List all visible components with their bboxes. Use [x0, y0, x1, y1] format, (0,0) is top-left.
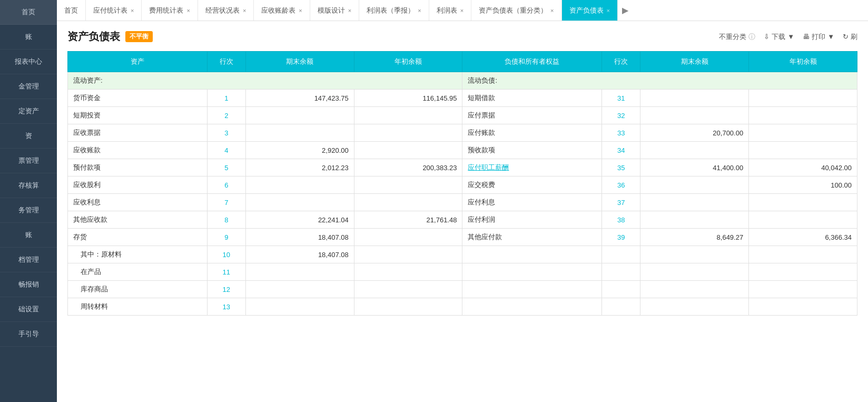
liability-row-num[interactable] [601, 263, 640, 281]
asset-end-balance[interactable] [245, 281, 354, 298]
tab-balance-close[interactable]: × [607, 7, 610, 14]
tab-profit-quarterly[interactable]: 利润表（季报） × [359, 0, 429, 21]
asset-name[interactable]: 周转材料 [68, 298, 208, 316]
download-button[interactable]: ⇩ 下载 ▼ [764, 32, 794, 42]
liability-name[interactable] [462, 281, 602, 298]
asset-start-balance[interactable] [354, 229, 462, 246]
liability-name[interactable]: 应付票据 [462, 107, 602, 124]
liability-row-num[interactable]: 31 [601, 90, 640, 107]
liability-start-balance[interactable]: 100.00 [749, 177, 857, 194]
asset-row-num[interactable]: 1 [207, 90, 245, 107]
sidebar-item-archive[interactable]: 档管理 [0, 248, 57, 272]
liability-name[interactable]: 应付利润 [462, 211, 602, 229]
asset-start-balance[interactable]: 21,761.48 [354, 211, 462, 229]
liability-start-balance[interactable] [749, 246, 857, 263]
sidebar-item-investment[interactable]: 资 [0, 124, 57, 149]
sidebar-item-inventory[interactable]: 存核算 [0, 173, 57, 198]
liability-end-balance[interactable] [640, 142, 749, 159]
asset-row-num[interactable]: 4 [207, 142, 245, 159]
liability-row-num[interactable]: 33 [601, 124, 640, 142]
liability-end-balance[interactable]: 41,400.00 [640, 159, 749, 177]
liability-row-num[interactable] [601, 281, 640, 298]
sidebar-item-reports[interactable]: 报表中心 [0, 50, 57, 74]
asset-row-num[interactable]: 2 [207, 107, 245, 124]
asset-row-num[interactable]: 11 [207, 263, 245, 281]
asset-row-num[interactable]: 13 [207, 298, 245, 316]
liability-name[interactable] [462, 246, 602, 263]
liability-start-balance[interactable] [749, 211, 857, 229]
tab-balance-reclassified[interactable]: 资产负债表（重分类） × [471, 0, 561, 21]
asset-end-balance[interactable] [245, 107, 354, 124]
liability-row-num[interactable] [601, 298, 640, 316]
liability-row-num[interactable]: 37 [601, 194, 640, 211]
liability-name[interactable] [462, 298, 602, 316]
liability-start-balance[interactable] [749, 281, 857, 298]
liability-row-num[interactable]: 39 [601, 229, 640, 246]
asset-row-num[interactable]: 8 [207, 211, 245, 229]
asset-name[interactable]: 其他应收款 [68, 211, 208, 229]
asset-start-balance[interactable] [354, 142, 462, 159]
asset-end-balance[interactable] [245, 177, 354, 194]
sidebar-item-ledger[interactable]: 账 [0, 223, 57, 248]
liability-end-balance[interactable]: 8,649.27 [640, 229, 749, 246]
tab-profit-quarterly-close[interactable]: × [418, 7, 421, 14]
asset-start-balance[interactable]: 200,383.23 [354, 159, 462, 177]
liability-name[interactable]: 应付职工薪酬 [462, 159, 602, 177]
asset-start-balance[interactable] [354, 124, 462, 142]
liability-end-balance[interactable] [640, 281, 749, 298]
asset-name[interactable]: 应收账款 [68, 142, 208, 159]
sidebar-item-bills[interactable]: 票管理 [0, 149, 57, 173]
asset-row-num[interactable]: 5 [207, 159, 245, 177]
asset-end-balance[interactable]: 18,407.08 [245, 246, 354, 263]
asset-end-balance[interactable]: 2,920.00 [245, 142, 354, 159]
sidebar-item-settings[interactable]: 础设置 [0, 297, 57, 322]
liability-end-balance[interactable]: 20,700.00 [640, 124, 749, 142]
tab-template[interactable]: 模版设计 × [310, 0, 359, 21]
liability-name[interactable]: 应付账款 [462, 124, 602, 142]
asset-start-balance[interactable] [354, 263, 462, 281]
tab-profit-close[interactable]: × [460, 7, 463, 14]
liability-end-balance[interactable] [640, 90, 749, 107]
liability-start-balance[interactable] [749, 298, 857, 316]
asset-name[interactable]: 库存商品 [68, 281, 208, 298]
asset-start-balance[interactable] [354, 281, 462, 298]
sidebar-item-expense[interactable]: 畅报销 [0, 272, 57, 297]
asset-row-num[interactable]: 12 [207, 281, 245, 298]
asset-row-num[interactable]: 10 [207, 246, 245, 263]
tab-arrow-right[interactable]: ▶ [618, 5, 633, 15]
liability-row-num[interactable]: 34 [601, 142, 640, 159]
asset-name[interactable]: 存货 [68, 229, 208, 246]
tab-receivable-aging-close[interactable]: × [299, 7, 302, 14]
liability-start-balance[interactable] [749, 124, 857, 142]
asset-name[interactable]: 应收股利 [68, 177, 208, 194]
asset-start-balance[interactable] [354, 194, 462, 211]
asset-name[interactable]: 短期投资 [68, 107, 208, 124]
tab-payable-stats-close[interactable]: × [131, 7, 134, 14]
asset-end-balance[interactable]: 2,012.23 [245, 159, 354, 177]
liability-name[interactable] [462, 263, 602, 281]
asset-start-balance[interactable] [354, 246, 462, 263]
tab-receivable-aging[interactable]: 应收账龄表 × [254, 0, 310, 21]
asset-start-balance[interactable] [354, 107, 462, 124]
sidebar-item-fixed-assets[interactable]: 定资产 [0, 99, 57, 124]
liability-row-num[interactable]: 35 [601, 159, 640, 177]
asset-row-num[interactable]: 3 [207, 124, 245, 142]
liability-start-balance[interactable]: 40,042.00 [749, 159, 857, 177]
tab-template-close[interactable]: × [348, 7, 351, 14]
liability-end-balance[interactable] [640, 246, 749, 263]
tab-payable-stats[interactable]: 应付统计表 × [86, 0, 142, 21]
liability-row-num[interactable]: 38 [601, 211, 640, 229]
no-reclassify[interactable]: 不重分类 ⓘ [719, 32, 755, 42]
tab-profit[interactable]: 利润表 × [429, 0, 471, 21]
asset-row-num[interactable]: 6 [207, 177, 245, 194]
asset-end-balance[interactable]: 147,423.75 [245, 90, 354, 107]
asset-row-num[interactable]: 7 [207, 194, 245, 211]
asset-end-balance[interactable] [245, 124, 354, 142]
sidebar-item-cash[interactable]: 金管理 [0, 74, 57, 99]
liability-end-balance[interactable] [640, 263, 749, 281]
liability-start-balance[interactable] [749, 263, 857, 281]
asset-end-balance[interactable] [245, 298, 354, 316]
tab-operation[interactable]: 经营状况表 × [198, 0, 254, 21]
tab-operation-close[interactable]: × [243, 7, 246, 14]
asset-end-balance[interactable]: 18,407.08 [245, 229, 354, 246]
